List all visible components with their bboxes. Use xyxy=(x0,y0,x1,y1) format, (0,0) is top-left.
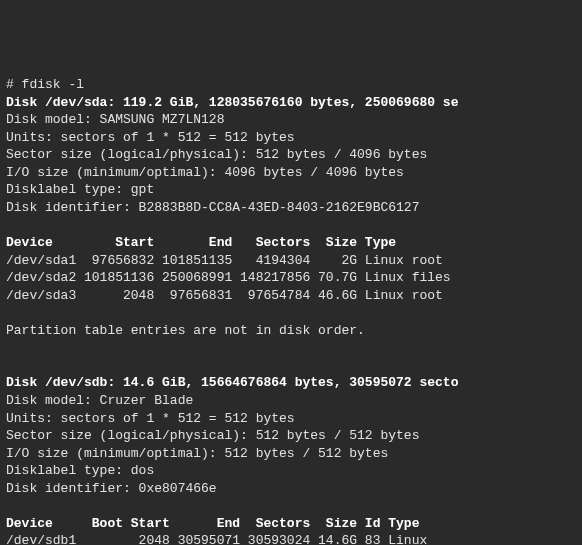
disk-identifier: Disk identifier: 0xe807466e xyxy=(6,481,217,496)
disk-model: Disk model: SAMSUNG MZ7LN128 xyxy=(6,112,224,127)
disk-label-type: Disklabel type: gpt xyxy=(6,182,154,197)
partition-row: /dev/sda1 97656832 101851135 4194304 2G … xyxy=(6,253,443,268)
disk-units: Units: sectors of 1 * 512 = 512 bytes xyxy=(6,130,295,145)
disk-identifier: Disk identifier: B2883B8D-CC8A-43ED-8403… xyxy=(6,200,419,215)
partition-table-header: Device Boot Start End Sectors Size Id Ty… xyxy=(6,516,419,531)
command: fdisk -l xyxy=(22,77,84,92)
partition-table-header: Device Start End Sectors Size Type xyxy=(6,235,396,250)
disk-units: Units: sectors of 1 * 512 = 512 bytes xyxy=(6,411,295,426)
terminal-output: # fdisk -l Disk /dev/sda: 119.2 GiB, 128… xyxy=(6,77,458,545)
prompt[interactable]: # xyxy=(6,77,22,92)
partition-row: /dev/sda3 2048 97656831 97654784 46.6G L… xyxy=(6,288,443,303)
disk-io-size: I/O size (minimum/optimal): 4096 bytes /… xyxy=(6,165,404,180)
partition-row: /dev/sdb1 2048 30595071 30593024 14.6G 8… xyxy=(6,533,427,545)
disk-model: Disk model: Cruzer Blade xyxy=(6,393,193,408)
disk-sector-size: Sector size (logical/physical): 512 byte… xyxy=(6,147,427,162)
partition-note: Partition table entries are not in disk … xyxy=(6,323,365,338)
disk-io-size: I/O size (minimum/optimal): 512 bytes / … xyxy=(6,446,388,461)
disk-header-sda: Disk /dev/sda: 119.2 GiB, 128035676160 b… xyxy=(6,95,458,110)
disk-header-sdb: Disk /dev/sdb: 14.6 GiB, 15664676864 byt… xyxy=(6,375,458,390)
disk-sector-size: Sector size (logical/physical): 512 byte… xyxy=(6,428,419,443)
partition-row: /dev/sda2 101851136 250068991 148217856 … xyxy=(6,270,451,285)
disk-label-type: Disklabel type: dos xyxy=(6,463,154,478)
